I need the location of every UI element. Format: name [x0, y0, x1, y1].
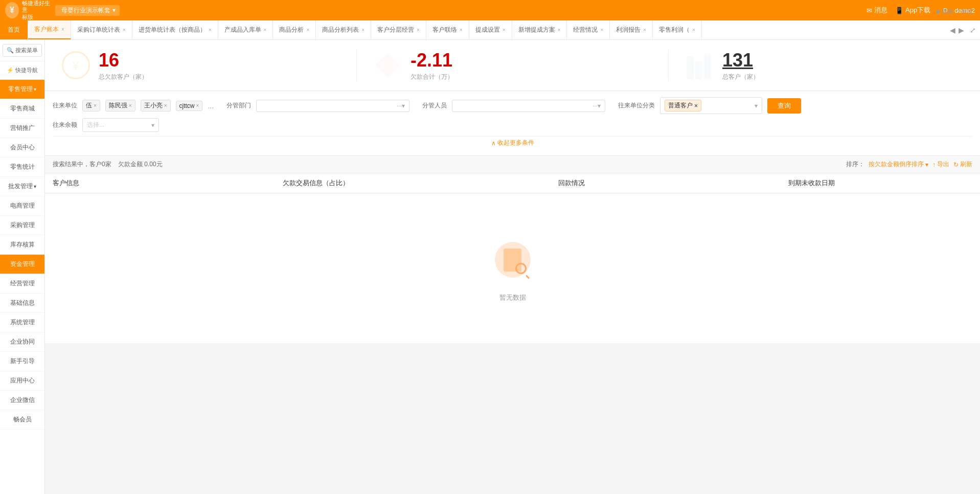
close-icon[interactable]: × — [306, 27, 309, 33]
nav-tabs: 首页 客户账本 × 采购订单统计表 × 进货单统计表（按商品） × 产成品入库单… — [0, 20, 980, 40]
nav-expand-icon[interactable]: ⤢ — [968, 26, 977, 34]
remove-tag-icon[interactable]: × — [694, 102, 698, 109]
app-wrapper: ¥ 畅捷通好生意 标版 母婴行业演示帐套 ▾ ✉ 消息 📱 App下载 D — [0, 0, 980, 494]
ellipsis-icon: ··· — [592, 102, 598, 109]
tab-operations[interactable]: 经营情况 × — [567, 20, 610, 39]
tab-customer-tier[interactable]: 客户分层经营 × — [371, 20, 426, 39]
tab-label: 商品分析列表 — [322, 26, 359, 34]
close-icon[interactable]: × — [643, 27, 646, 33]
tab-production[interactable]: 产成品入库单 × — [218, 20, 274, 39]
filter-more-button[interactable]: ... — [208, 102, 214, 110]
sidebar-item-marketing[interactable]: 营销推广 — [0, 119, 44, 138]
dept-select[interactable]: ··· ▾ — [256, 100, 409, 112]
refresh-button[interactable]: ↻ 刷新 — [953, 160, 972, 169]
close-icon[interactable]: × — [460, 27, 463, 33]
demo-selector[interactable]: 母婴行业演示帐套 ▾ — [55, 5, 120, 16]
filter-tag-wang[interactable]: 王小亮 × — [141, 100, 171, 111]
remove-tag-icon[interactable]: × — [94, 103, 97, 108]
refresh-label: 刷新 — [960, 160, 972, 169]
sidebar-item-app-center[interactable]: 应用中心 — [0, 371, 44, 391]
search-menu-button[interactable]: 🔍 搜索菜单 — [3, 44, 42, 57]
filter-tag-cjttcw[interactable]: cjttcw × — [176, 101, 203, 111]
sidebar-item-ecommerce[interactable]: 电商管理 — [0, 196, 44, 216]
export-button[interactable]: ↑ 导出 — [932, 160, 949, 169]
sidebar-item-wholesale[interactable]: 批发管理 ▾ — [0, 177, 44, 196]
sidebar-item-retail-stats[interactable]: 零售统计 — [0, 158, 44, 177]
filter-tag-chen[interactable]: 陈民强 × — [105, 100, 135, 111]
remove-tag-icon[interactable]: × — [196, 103, 199, 108]
sidebar-item-purchase[interactable]: 采购管理 — [0, 216, 44, 235]
sidebar-item-label: 库存核算 — [10, 241, 35, 248]
nav-left-icon[interactable]: ◀ — [948, 26, 957, 34]
close-icon[interactable]: × — [264, 27, 267, 33]
export-icon: ↑ — [932, 161, 936, 168]
stat-total-customers-number[interactable]: 131 — [722, 50, 759, 71]
filter-tag-label: cjttcw — [179, 102, 195, 109]
tab-nav-arrows: ◀ ▶ ⤢ — [946, 26, 980, 34]
close-icon[interactable]: × — [417, 27, 420, 33]
chevron-down-icon: ▾ — [151, 122, 154, 129]
col-date-header: 到期未收款日期 — [788, 178, 972, 188]
sidebar-item-finance[interactable]: 资金管理 — [0, 255, 44, 274]
close-icon[interactable]: × — [600, 27, 603, 33]
sidebar-item-retail-mall[interactable]: 零售商城 — [0, 99, 44, 119]
filter-tag-wu[interactable]: 伍 × — [82, 100, 100, 111]
close-icon[interactable]: × — [692, 27, 695, 33]
close-icon[interactable]: × — [209, 27, 212, 33]
tab-product-analysis[interactable]: 商品分析 × — [273, 20, 316, 39]
classify-tag[interactable]: 普通客户 × — [665, 100, 701, 111]
sidebar-item-label: 营销推广 — [10, 124, 35, 131]
tab-inbound-stats[interactable]: 进货单统计表（按商品） × — [132, 20, 218, 39]
query-button[interactable]: 查询 — [767, 98, 801, 114]
sidebar-item-label: 零售商城 — [10, 105, 35, 112]
balance-select[interactable]: 选择... ▾ — [82, 118, 159, 132]
demo-selector-label: 母婴行业演示帐套 — [61, 6, 110, 15]
tab-customer-ledger[interactable]: 客户账本 × — [28, 20, 71, 39]
tab-profit-report[interactable]: 利润报告 × — [610, 20, 653, 39]
tab-purchase-stats[interactable]: 采购订单统计表 × — [71, 20, 132, 39]
nav-right-icon[interactable]: ▶ — [957, 26, 966, 34]
sidebar-item-retail-management[interactable]: 零售管理 ▾ — [0, 80, 44, 99]
empty-state: 暂无数据 — [45, 193, 980, 343]
sidebar-item-wechat[interactable]: 企业微信 — [0, 391, 44, 410]
sidebar-item-basic-info[interactable]: 基础信息 — [0, 294, 44, 313]
close-icon[interactable]: × — [361, 27, 364, 33]
sidebar-item-member-plus[interactable]: 畅会员 — [0, 410, 44, 430]
sidebar-item-newbie[interactable]: 新手引导 — [0, 352, 44, 371]
quick-nav-button[interactable]: ⚡ 快捷导航 — [3, 64, 42, 76]
sidebar-item-member[interactable]: 会员中心 — [0, 138, 44, 158]
sidebar-item-operations[interactable]: 经营管理 — [0, 274, 44, 294]
close-icon[interactable]: × — [503, 27, 506, 33]
classify-select[interactable]: 普通客户 × ▾ — [660, 97, 762, 114]
stat-debt-customers: ¥ 16 总欠款客户（家） — [45, 50, 357, 81]
remove-tag-icon[interactable]: × — [129, 103, 132, 108]
sidebar-item-label: 零售统计 — [10, 163, 35, 170]
tab-label: 进货单统计表（按商品） — [139, 26, 206, 34]
tab-new-commission[interactable]: 新增提成方案 × — [512, 20, 567, 39]
app-download-button[interactable]: 📱 App下载 — [895, 6, 930, 15]
tab-customer-contact[interactable]: 客户联络 × — [426, 20, 469, 39]
sidebar-item-inventory[interactable]: 库存核算 — [0, 235, 44, 255]
close-icon[interactable]: × — [61, 27, 64, 32]
remove-tag-icon[interactable]: × — [164, 103, 167, 108]
filter-tag-label: 王小亮 — [144, 101, 163, 110]
tab-label: 客户账本 — [34, 25, 59, 34]
classify-filter-label: 往来单位分类 — [618, 101, 655, 110]
close-icon[interactable]: × — [558, 27, 561, 33]
sidebar-item-enterprise[interactable]: 企业协同 — [0, 332, 44, 352]
close-icon[interactable]: × — [123, 27, 126, 33]
collapse-button[interactable]: ∧ 收起更多条件 — [53, 136, 972, 149]
tab-retail-profit[interactable]: 零售利润（ × — [653, 20, 702, 39]
message-label: 消息 — [874, 6, 887, 15]
tab-commission-settings[interactable]: 提成设置 × — [469, 20, 512, 39]
chevron-up-icon: ∧ — [491, 140, 496, 147]
sidebar-item-system[interactable]: 系统管理 — [0, 313, 44, 332]
tab-home[interactable]: 首页 — [0, 20, 28, 39]
chevron-down-icon: ▾ — [112, 7, 116, 14]
tab-product-analysis-list[interactable]: 商品分析列表 × — [316, 20, 371, 39]
sidebar: 🔍 搜索菜单 ⚡ 快捷导航 零售管理 ▾ 零售商城 营销推广 — [0, 40, 45, 494]
sort-button[interactable]: 按欠款金额倒序排序 ▾ — [869, 160, 928, 169]
person-select[interactable]: ··· ▾ — [452, 100, 605, 112]
sidebar-item-label: 应用中心 — [10, 377, 35, 384]
message-button[interactable]: ✉ 消息 — [867, 6, 887, 15]
